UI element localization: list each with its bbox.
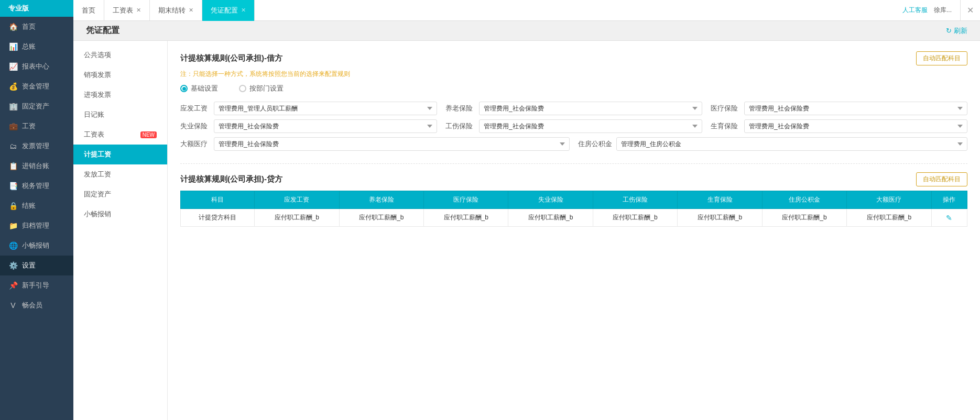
sidebar-label-ledger: 总账 [22,42,36,51]
sidebar-item-xcreport[interactable]: 🌐 小畅报销 [0,236,73,256]
debit-form-item-5: 生育保险 管理费用_社会保险费 [711,119,967,133]
debit-form-item-1: 养老保险 管理费用_社会保险费 [445,102,702,115]
left-nav-label-journal: 日记账 [84,110,104,119]
tab-close-period[interactable]: ✕ [189,7,193,14]
debit-select-2[interactable]: 管理费用_社会保险费 [744,102,967,115]
debit-note: 注：只能选择一种方式，系统将按照您当前的选择来配置规则 [180,70,967,79]
sidebar-label-invoice: 发票管理 [22,141,49,151]
credit-auto-match-button[interactable]: 自动匹配科目 [916,172,967,186]
sidebar-item-home[interactable]: 🏠 首页 [0,17,73,37]
sidebar: 专业版 🏠 首页 📊 总账 📈 报表中心 💰 资金管理 🏢 固定资产 💼 工资 … [0,0,73,420]
left-nav-label-pay_salary: 发放工资 [84,170,111,179]
sidebar-label-payroll: 工资 [22,121,36,131]
debit-select-3[interactable]: 管理费用_社会保险费 [214,119,437,133]
credit-cell-0-2: 应付职工薪酬_b [424,209,508,227]
tab-close-salary[interactable]: ✕ [136,7,141,14]
sidebar-label-tax: 税务管理 [22,181,49,191]
page-header: 凭证配置 ↻ 刷新 [73,21,980,41]
debit-form-item-3: 失业保险 管理费用_社会保险费 [180,119,437,133]
left-nav-item-public[interactable]: 公共选项 [73,45,167,65]
refresh-button[interactable]: ↻ 刷新 [946,26,967,36]
edit-icon[interactable]: ✎ [946,214,952,222]
left-nav-item-calc_salary[interactable]: 计提工资 [73,145,167,164]
debit-select-5[interactable]: 管理费用_社会保险费 [744,119,967,133]
left-nav-item-pay_salary[interactable]: 发放工资 [73,164,167,184]
debit-auto-match-button[interactable]: 自动匹配科目 [916,51,967,65]
tab-label-period: 期末结转 [158,6,186,15]
sidebar-item-ledger[interactable]: 📊 总账 [0,37,73,57]
left-nav-item-fixed_assets[interactable]: 固定资产 [73,184,167,204]
sidebar-item-closing[interactable]: 🔒 结账 [0,196,73,216]
sidebar-item-guide[interactable]: 📌 新手引导 [0,275,73,295]
tab-salary[interactable]: 工资表✕ [104,0,150,21]
sidebar-icon-trade: 📋 [8,162,18,170]
left-nav-label-xcreport2: 小畅报销 [84,209,111,219]
debit-section: 计提核算规则(公司承担)-借方 自动匹配科目 注：只能选择一种方式，系统将按照您… [180,51,967,151]
credit-col-失业保险: 失业保险 [508,191,593,209]
sidebar-item-payroll[interactable]: 💼 工资 [0,116,73,136]
tab-period[interactable]: 期末结转✕ [150,0,202,21]
credit-col-养老保险: 养老保险 [339,191,423,209]
sidebar-label-funds: 资金管理 [22,82,49,91]
radio-basic[interactable]: 基础设置 [180,84,218,93]
radio-basic-inner [182,87,186,91]
debit-label-5: 生育保险 [711,121,740,131]
sidebar-label-assets: 固定资产 [22,102,49,111]
debit-label-0: 应发工资 [180,104,210,113]
left-nav: 公共选项销项发票进项发票日记账工资表NEW计提工资发放工资固定资产小畅报销 [73,41,168,420]
sidebar-icon-closing: 🔒 [8,202,18,210]
section-divider [180,163,967,164]
sidebar-item-invoice[interactable]: 🗂 发票管理 [0,136,73,156]
tab-close-voucher[interactable]: ✕ [241,7,246,14]
debit-select-4[interactable]: 管理费用_社会保险费 [479,119,702,133]
radio-dept[interactable]: 按部门设置 [239,84,284,93]
debit-label-4: 工伤保险 [445,121,475,131]
new-badge-salary_table: NEW [140,131,157,138]
tab-label-home: 首页 [82,6,95,15]
app-title: 专业版 [0,0,73,17]
sidebar-item-funds[interactable]: 💰 资金管理 [0,76,73,96]
credit-col-工伤保险: 工伤保险 [593,191,677,209]
left-nav-item-salary_table[interactable]: 工资表NEW [73,125,167,145]
sidebar-item-archive[interactable]: 📁 归档管理 [0,216,73,236]
sidebar-item-member[interactable]: V 畅会员 [0,295,73,315]
debit-select-0[interactable]: 管理费用_管理人员职工薪酬 [214,102,437,115]
credit-cell-0-7: 应付职工薪酬_b [847,209,931,227]
table-row: 计提贷方科目应付职工薪酬_b应付职工薪酬_b应付职工薪酬_b应付职工薪酬_b应付… [181,209,967,227]
sidebar-item-reports[interactable]: 📈 报表中心 [0,57,73,76]
left-nav-item-input_invoice[interactable]: 进项发票 [73,85,167,105]
credit-col-操作: 操作 [931,191,967,209]
debit-section-title: 计提核算规则(公司承担)-借方 [180,53,282,63]
debit-select-1[interactable]: 管理费用_社会保险费 [479,102,702,115]
debit-label-6: 大额医疗 [180,139,210,149]
sidebar-item-settings[interactable]: ⚙️ 设置 [0,256,73,275]
left-nav-label-fixed_assets: 固定资产 [84,190,111,199]
sidebar-item-tax[interactable]: 📑 税务管理 [0,176,73,196]
tab-label-voucher: 凭证配置 [211,6,238,15]
credit-table: 科目应发工资养老保险医疗保险失业保险工伤保险生育保险住房公积金大额医疗操作计提贷… [180,191,967,227]
credit-action-0[interactable]: ✎ [931,209,967,227]
sidebar-item-assets[interactable]: 🏢 固定资产 [0,96,73,116]
topbar: 首页工资表✕期末结转✕凭证配置✕ 人工客服 徐库... ✕ [73,0,980,21]
left-nav-item-journal[interactable]: 日记账 [73,105,167,125]
sidebar-item-trade[interactable]: 📋 进销台账 [0,156,73,176]
credit-subject-0: 计提贷方科目 [181,209,255,227]
customer-service[interactable]: 人工客服 [902,6,928,15]
credit-section-header: 计提核算规则(公司承担)-贷方 自动匹配科目 [180,172,967,186]
radio-dept-label: 按部门设置 [249,84,284,93]
debit-label-2: 医疗保险 [711,104,740,113]
tab-voucher[interactable]: 凭证配置✕ [202,0,255,21]
debit-select-7[interactable]: 管理费用_住房公积金 [616,137,967,151]
sidebar-icon-settings: ⚙️ [8,261,18,270]
close-window-button[interactable]: ✕ [960,0,980,21]
debit-form-row2: 失业保险 管理费用_社会保险费 工伤保险 管理费用_社会保险费 生育保险 管理费… [180,119,967,133]
left-nav-item-xcreport2[interactable]: 小畅报销 [73,204,167,224]
sidebar-icon-xcreport: 🌐 [8,241,18,250]
left-nav-item-cancel_invoice[interactable]: 销项发票 [73,65,167,85]
debit-select-6[interactable]: 管理费用_社会保险费 [214,137,570,151]
tab-home[interactable]: 首页 [73,0,104,21]
main-content: 计提核算规则(公司承担)-借方 自动匹配科目 注：只能选择一种方式，系统将按照您… [168,41,980,420]
sidebar-icon-invoice: 🗂 [8,142,18,150]
sidebar-icon-payroll: 💼 [8,122,18,130]
main-area: 首页工资表✕期末结转✕凭证配置✕ 人工客服 徐库... ✕ 凭证配置 ↻ 刷新 … [73,0,980,420]
